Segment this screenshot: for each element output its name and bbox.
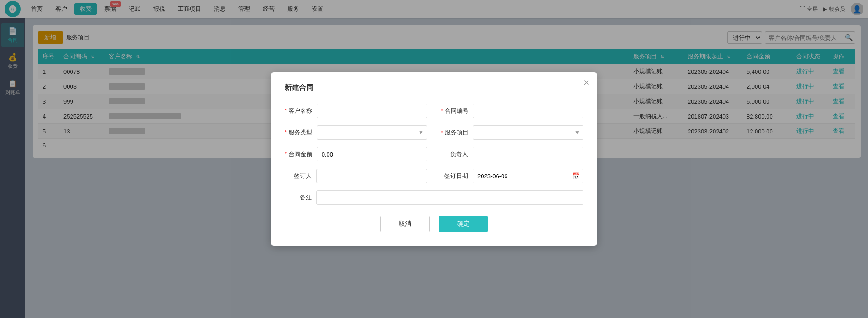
label-customer-name: 客户名称 (285, 107, 312, 115)
input-responsible[interactable] (473, 147, 583, 161)
field-sign-date: 签订日期 📅 (441, 169, 583, 183)
input-sign-date[interactable] (473, 169, 583, 183)
modal-title: 新建合同 (285, 83, 583, 93)
field-remark: 备注 (285, 190, 583, 205)
content-area: 新增 服务项目 进行中 已完成 已终止 🔍 (25, 18, 868, 318)
label-remark: 备注 (285, 194, 312, 202)
modal-overlay: 新建合同 ✕ 客户名称 合同编号 服务类型 (25, 18, 868, 318)
label-responsible: 负责人 (441, 150, 468, 158)
service-type-wrapper: ▼ (317, 125, 427, 140)
calendar-icon[interactable]: 📅 (572, 172, 580, 180)
cancel-button[interactable]: 取消 (380, 216, 430, 232)
select-service-item[interactable] (473, 125, 583, 140)
field-contract-no: 合同编号 (441, 104, 583, 118)
label-sign-date: 签订日期 (441, 172, 468, 180)
label-signer: 签订人 (285, 172, 312, 180)
input-remark[interactable] (316, 190, 583, 205)
modal-actions: 取消 确定 (285, 216, 583, 232)
select-service-type[interactable] (317, 125, 427, 140)
label-service-item: 服务项目 (441, 128, 468, 137)
date-wrapper: 📅 (473, 169, 583, 183)
confirm-button[interactable]: 确定 (439, 216, 488, 232)
input-amount[interactable] (317, 147, 427, 161)
service-item-wrapper: ▼ (473, 125, 583, 140)
input-signer[interactable] (316, 169, 427, 183)
input-customer-name[interactable] (317, 104, 427, 118)
input-contract-no[interactable] (473, 104, 583, 118)
label-contract-no: 合同编号 (441, 107, 468, 115)
field-service-item: 服务项目 ▼ (441, 125, 583, 140)
field-customer-name: 客户名称 (285, 104, 427, 118)
field-responsible: 负责人 (441, 147, 583, 161)
main-layout: 📄 合同 💰 收费 📋 对账单 新增 服务项目 进行中 已完成 已终止 (0, 18, 868, 318)
field-service-type: 服务类型 ▼ (285, 125, 427, 140)
field-amount: 合同金额 (285, 147, 427, 161)
field-signer: 签订人 (285, 169, 427, 183)
modal-close-button[interactable]: ✕ (583, 79, 590, 87)
label-service-type: 服务类型 (285, 128, 312, 137)
form-grid: 客户名称 合同编号 服务类型 ▼ (285, 104, 583, 205)
modal-new-contract: 新建合同 ✕ 客户名称 合同编号 服务类型 (271, 72, 597, 246)
label-amount: 合同金额 (285, 150, 312, 158)
